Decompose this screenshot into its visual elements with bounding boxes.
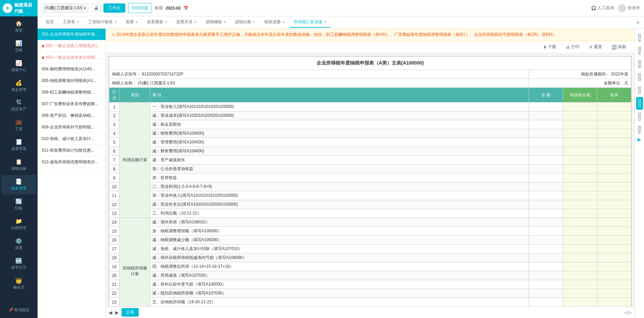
company-selector[interactable]: (勾删) 江西服宝-LSS ▾ xyxy=(42,3,89,13)
nav-tab-所得税汇算清缴[interactable]: 所得税汇算清缴✕ xyxy=(290,17,331,28)
profit-cell[interactable] xyxy=(563,280,597,289)
profit-cell[interactable] xyxy=(563,111,597,120)
profit-cell[interactable] xyxy=(563,138,597,147)
amount-cell[interactable] xyxy=(529,147,563,156)
table-container[interactable]: 企业所得税年度纳税申报表（A类）主表(A100000) 纳税人识别号： 9132… xyxy=(106,53,634,306)
profit-cell[interactable] xyxy=(563,271,597,280)
close-all-tabs-button[interactable]: ✕ xyxy=(636,20,640,25)
left-panel-item-004[interactable]: 004-期间费用明细表(A1040... xyxy=(38,64,106,75)
year-btn-2023[interactable]: 2023 xyxy=(636,110,643,123)
amount-cell[interactable] xyxy=(529,129,563,138)
tab-close-icon[interactable]: ✕ xyxy=(194,20,197,24)
profit-cell[interactable] xyxy=(563,298,597,306)
diff-cell[interactable] xyxy=(597,253,631,262)
amount-cell[interactable] xyxy=(529,245,563,253)
amount-cell[interactable] xyxy=(529,218,563,227)
year-btn-2024[interactable]: 2024 xyxy=(636,123,643,136)
diff-cell[interactable] xyxy=(597,191,631,200)
diff-cell[interactable] xyxy=(597,111,631,120)
year-btn-2019[interactable]: 2019 xyxy=(636,31,643,44)
amount-cell[interactable] xyxy=(529,120,563,129)
amount-cell[interactable] xyxy=(529,253,563,262)
diff-cell[interactable] xyxy=(597,227,631,236)
amount-cell[interactable] xyxy=(529,289,563,298)
amount-cell[interactable] xyxy=(529,280,563,289)
nav-tab-进销台账[interactable]: 进销台账✕ xyxy=(231,17,260,28)
diff-cell[interactable] xyxy=(597,200,631,209)
nav-tab-发票[interactable]: 发票✕ xyxy=(122,17,142,28)
left-panel-item-002[interactable]: 002-一般企业收入明细表(A1... xyxy=(38,40,106,52)
print-icon-btn[interactable]: 🖨 xyxy=(92,4,101,12)
diff-cell[interactable] xyxy=(597,165,631,174)
sidebar-item-general[interactable]: 📊 总账 xyxy=(1,37,36,56)
tab-close-icon[interactable]: ✕ xyxy=(165,20,167,24)
tab-close-icon[interactable]: ✕ xyxy=(135,20,138,24)
diff-cell[interactable] xyxy=(597,174,631,182)
download-button[interactable]: ⬇ 下载 xyxy=(541,43,559,51)
amount-cell[interactable] xyxy=(529,209,563,218)
scroll-left-icon[interactable]: ◁ xyxy=(624,310,627,315)
year-btn-2020[interactable]: 2020 xyxy=(636,71,643,83)
diff-cell[interactable] xyxy=(597,245,631,253)
sidebar-item-archive[interactable]: 📁 归档管理 xyxy=(1,215,36,234)
profit-cell[interactable] xyxy=(563,209,597,218)
sidebar-item-tax[interactable]: 📑 税务管理 xyxy=(1,175,36,194)
nav-tab-工资表[interactable]: 工资表✕ xyxy=(59,17,83,28)
sidebar-item-settings[interactable]: ⚙️ 设置 xyxy=(1,234,36,254)
reset-button[interactable]: ↺ 重置 xyxy=(586,43,605,51)
left-panel-item-011[interactable]: 011-研发费用加计扣除优惠... xyxy=(38,145,106,156)
sidebar-item-invoice[interactable]: 🧾 发票管理 xyxy=(1,135,36,155)
diff-cell[interactable] xyxy=(597,102,631,111)
diff-cell[interactable] xyxy=(597,209,631,218)
sidebar-item-guide[interactable]: 🆕 新手引导 xyxy=(1,254,36,274)
tab-close-icon[interactable]: ✕ xyxy=(324,20,326,24)
profit-cell[interactable] xyxy=(563,102,597,111)
sidebar-item-settle[interactable]: 🔄 结账 xyxy=(1,195,36,214)
diff-cell[interactable] xyxy=(597,298,631,306)
year-expand-icon[interactable]: ▶ xyxy=(638,137,641,142)
left-panel-item-009[interactable]: 009-企业所得税补亏损明细... xyxy=(38,122,106,133)
profit-cell[interactable] xyxy=(563,218,597,227)
diff-cell[interactable] xyxy=(597,182,631,191)
profit-cell[interactable] xyxy=(563,200,597,209)
diff-cell[interactable] xyxy=(597,280,631,289)
diff-cell[interactable] xyxy=(597,147,631,156)
profit-cell[interactable] xyxy=(563,120,597,129)
amount-cell[interactable] xyxy=(529,191,563,200)
nav-tab-税表清册[interactable]: 税表清册✕ xyxy=(260,17,289,28)
scroll-right-icon[interactable]: ▷ xyxy=(629,310,632,315)
nav-tab-工资统计报表[interactable]: 工资统计报表✕ xyxy=(84,17,121,28)
cancel-fixed-btn[interactable]: 📌 取消固定 xyxy=(0,305,38,315)
amount-cell[interactable] xyxy=(529,236,563,245)
left-panel-item-006[interactable]: 006-职工薪酬纳税调整明细... xyxy=(38,87,106,98)
print-button[interactable]: 🖨 打印 xyxy=(563,43,582,51)
sidebar-item-home[interactable]: 🏠 首页 xyxy=(1,17,36,36)
profit-cell[interactable] xyxy=(563,165,597,174)
amount-cell[interactable] xyxy=(529,165,563,174)
amount-cell[interactable] xyxy=(529,271,563,280)
sheet-tab-main[interactable]: 主表 xyxy=(122,308,139,317)
amount-cell[interactable] xyxy=(529,111,563,120)
amount-cell[interactable] xyxy=(529,102,563,111)
diff-cell[interactable] xyxy=(597,218,631,227)
tab-close-icon[interactable]: ✕ xyxy=(223,20,226,24)
left-panel-item-003[interactable]: 003-一般企业成本支出明细... xyxy=(38,52,106,64)
amount-cell[interactable] xyxy=(529,174,563,182)
tab-close-icon[interactable]: ✕ xyxy=(253,20,255,24)
tab-close-icon[interactable]: ✕ xyxy=(76,20,79,24)
diff-cell[interactable] xyxy=(597,120,631,129)
tab-close-icon[interactable]: ✕ xyxy=(114,20,117,24)
tab-close-icon[interactable]: ✕ xyxy=(282,20,285,24)
profit-cell[interactable] xyxy=(563,191,597,200)
profit-cell[interactable] xyxy=(563,147,597,156)
sidebar-item-member[interactable]: 👑 畅会员 xyxy=(1,274,36,293)
profit-cell[interactable] xyxy=(563,262,597,271)
diff-cell[interactable] xyxy=(597,138,631,147)
amount-cell[interactable] xyxy=(529,200,563,209)
amount-cell[interactable] xyxy=(529,262,563,271)
year-btn-2021[interactable]: 2021 xyxy=(636,84,643,96)
switch-old-button[interactable]: 切到旧版 xyxy=(128,3,152,13)
amount-cell[interactable] xyxy=(529,182,563,191)
left-panel-item-007[interactable]: 007-广告费和业务宣传费超降... xyxy=(38,98,106,110)
nav-tab-进销稽核[interactable]: 进销稽核✕ xyxy=(201,17,230,28)
